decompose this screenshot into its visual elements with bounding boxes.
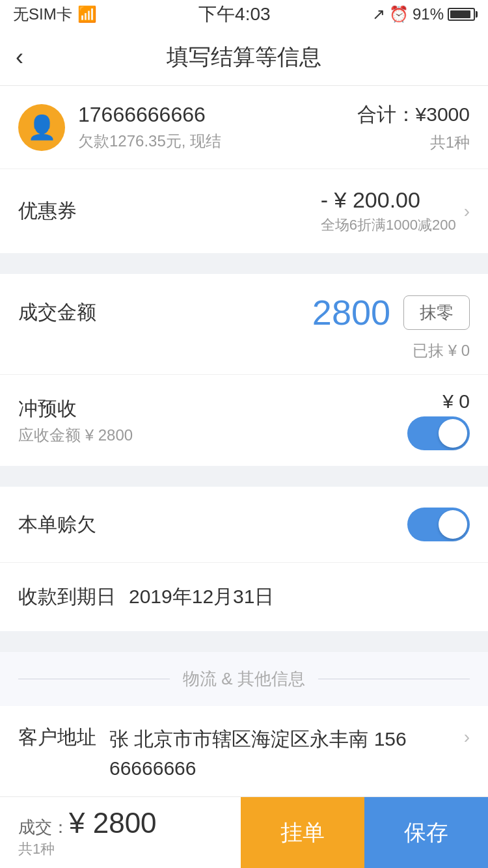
- round-button[interactable]: 抹零: [403, 295, 470, 330]
- footer-bar: 成交：¥ 2800 共1种 挂单 保存: [0, 796, 488, 868]
- amount-right: 2800 抹零: [312, 292, 470, 332]
- footer-deal-row: 成交：¥ 2800: [18, 807, 223, 839]
- section-divider-1: [0, 264, 488, 274]
- prepayment-label: 冲预收: [18, 396, 133, 422]
- debt-toggle[interactable]: [407, 508, 470, 541]
- wifi-icon: 📶: [77, 5, 97, 23]
- customer-card: 👤 17666666666 欠款1276.35元, 现结 合计：¥3000 共1…: [0, 86, 488, 253]
- alarm-icon: ⏰: [389, 5, 409, 23]
- duedate-value: 2019年12月31日: [129, 584, 274, 610]
- address-chevron-icon: ›: [464, 724, 470, 748]
- chevron-right-icon: ›: [464, 201, 470, 222]
- customer-info: 17666666666 欠款1276.35元, 现结: [78, 103, 221, 152]
- prepayment-row: 冲预收 应收金额 ¥ 2800 ¥ 0: [0, 374, 488, 466]
- customer-left: 👤 17666666666 欠款1276.35元, 现结: [18, 103, 221, 152]
- customer-row: 👤 17666666666 欠款1276.35元, 现结 合计：¥3000 共1…: [0, 86, 488, 169]
- battery-percentage: 91%: [413, 5, 444, 23]
- status-time: 下午4:03: [198, 2, 271, 27]
- amount-row: 成交金额 2800 抹零: [0, 274, 488, 340]
- hang-order-button[interactable]: 挂单: [241, 797, 364, 869]
- battery-icon: [448, 8, 475, 21]
- location-icon: ↗: [372, 5, 385, 23]
- back-button[interactable]: ‹: [16, 44, 23, 71]
- footer-deal-count: 共1种: [18, 839, 223, 859]
- debt-row: 本单赊欠: [0, 487, 488, 562]
- coupon-right: - ¥ 200.00 全场6折满1000减200 ›: [321, 187, 470, 235]
- customer-right: 合计：¥3000 共1种: [357, 102, 470, 153]
- address-card: 客户地址 张 北京市市辖区海淀区永丰南 156 66666666 ›: [0, 706, 488, 801]
- footer-deal-amount: ¥ 2800: [69, 807, 157, 839]
- divider-line-left: [18, 679, 170, 679]
- coupon-label: 优惠券: [18, 198, 77, 224]
- address-label: 客户地址: [18, 724, 96, 751]
- duedate-label: 收款到期日: [18, 584, 116, 610]
- duedate-row: 收款到期日 2019年12月31日: [0, 562, 488, 631]
- address-value: 张 北京市市辖区海淀区永丰南 156 66666666: [96, 724, 464, 783]
- page-title: 填写结算等信息: [167, 42, 321, 72]
- debt-card: 本单赊欠 收款到期日 2019年12月31日: [0, 487, 488, 631]
- total-amount-value: ¥3000: [416, 103, 470, 125]
- total-amount: 合计：¥3000: [357, 102, 470, 128]
- footer-left: 成交：¥ 2800 共1种: [0, 807, 241, 859]
- total-label: 合计：: [357, 103, 416, 125]
- debt-toggle-knob: [439, 510, 467, 539]
- divider-line-right: [318, 679, 470, 679]
- transaction-card: 成交金额 2800 抹零 已抹 ¥ 0 冲预收 应收金额 ¥ 2800 ¥ 0: [0, 274, 488, 466]
- battery-fill: [450, 10, 470, 18]
- prepayment-amount: ¥ 0: [442, 390, 470, 413]
- carrier-text: 无SIM卡: [13, 4, 72, 25]
- amount-value: 2800: [312, 292, 390, 332]
- toggle-knob: [439, 419, 467, 448]
- customer-phone: 17666666666: [78, 103, 221, 127]
- coupon-row[interactable]: 优惠券 - ¥ 200.00 全场6折满1000减200 ›: [0, 169, 488, 253]
- section-divider-2: [0, 476, 488, 487]
- status-right: ↗ ⏰ 91%: [372, 5, 475, 23]
- prepayment-sub: 应收金额 ¥ 2800: [18, 425, 133, 446]
- coupon-description: 全场6折满1000减200: [321, 215, 456, 235]
- logistics-section-header: 物流 & 其他信息: [0, 652, 488, 706]
- save-button[interactable]: 保存: [364, 797, 488, 869]
- content-area: 👤 17666666666 欠款1276.35元, 现结 合计：¥3000 共1…: [0, 86, 488, 868]
- section-divider-3: [0, 642, 488, 652]
- amount-label: 成交金额: [18, 299, 96, 326]
- debt-label: 本单赊欠: [18, 511, 96, 538]
- prepayment-toggle[interactable]: [407, 416, 470, 450]
- erased-label: 已抹 ¥ 0: [0, 340, 488, 374]
- prepayment-right: ¥ 0: [407, 390, 470, 450]
- status-left: 无SIM卡 📶: [13, 4, 97, 25]
- coupon-discount: - ¥ 200.00: [321, 187, 456, 213]
- avatar-icon: 👤: [27, 114, 57, 141]
- prepayment-left: 冲预收 应收金额 ¥ 2800: [18, 396, 133, 446]
- address-row[interactable]: 客户地址 张 北京市市辖区海淀区永丰南 156 66666666 ›: [0, 706, 488, 801]
- total-count: 共1种: [357, 132, 470, 153]
- customer-debt: 欠款1276.35元, 现结: [78, 131, 221, 152]
- avatar: 👤: [18, 104, 65, 151]
- footer-deal-label: 成交：: [18, 817, 69, 837]
- nav-bar: ‹ 填写结算等信息: [0, 29, 488, 86]
- logistics-label: 物流 & 其他信息: [183, 668, 305, 690]
- status-bar: 无SIM卡 📶 下午4:03 ↗ ⏰ 91%: [0, 0, 488, 29]
